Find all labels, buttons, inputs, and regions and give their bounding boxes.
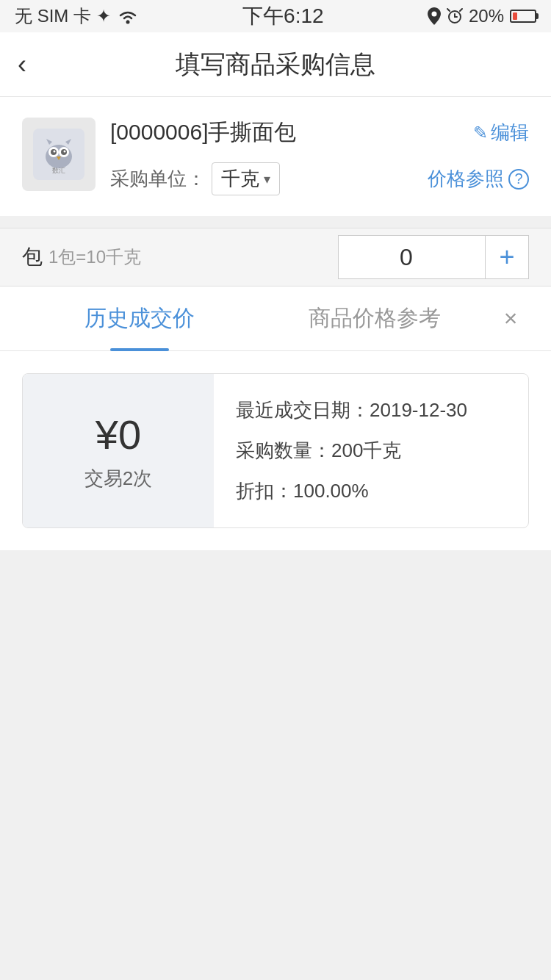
quantity-conversion-note: 1包=10千克 [48,245,141,269]
svg-point-14 [64,151,66,153]
tab-price-reference[interactable]: 商品价格参考 [257,287,492,351]
discount-row: 折扣：100.00% [236,477,506,505]
product-logo: 数汇 [33,129,84,180]
alarm-icon [447,7,463,25]
chevron-down-icon: ▾ [264,171,270,187]
battery-percent: 20% [469,6,504,26]
product-info: [0000006]手撕面包 ✎ 编辑 采购单位： 千克 ▾ 价格参照 ? [110,118,529,195]
back-button[interactable]: ‹ [18,49,26,80]
edit-button[interactable]: ✎ 编辑 [473,120,529,145]
help-icon: ? [508,169,529,190]
battery-icon [510,10,536,23]
status-right: 20% [428,6,536,26]
unit-label: 采购单位： [110,166,206,192]
purchase-qty-row: 采购数量：200千克 [236,436,506,465]
currency-symbol: ¥ [96,411,118,458]
unit-select[interactable]: 千克 ▾ [212,162,280,195]
discount-value: 100.00% [293,480,369,502]
location-icon [428,7,441,25]
history-price-card: ¥0 交易2次 最近成交日期：2019-12-30 采购数量：200千克 折扣：… [22,373,529,528]
status-left: 无 SIM 卡 ✦ [15,4,139,28]
wifi-icon [117,8,139,24]
product-name-row: [0000006]手撕面包 ✎ 编辑 [110,118,529,148]
svg-point-1 [431,12,436,17]
svg-line-5 [447,9,450,11]
trade-count: 交易2次 [84,466,152,491]
product-thumbnail: 数汇 [22,118,96,191]
price-ref-label: 价格参照 [428,166,504,192]
product-header: 数汇 [0000006]手撕面包 ✎ 编辑 采购单位： 千克 ▾ [22,118,529,195]
history-price-right: 最近成交日期：2019-12-30 采购数量：200千克 折扣：100.00% [214,374,528,527]
recent-date-label: 最近成交日期： [236,399,370,421]
svg-text:数汇: 数汇 [52,167,65,174]
tabs-close-button[interactable]: × [492,300,529,337]
tab-reference-label: 商品价格参考 [309,303,441,334]
edit-label: 编辑 [491,120,529,145]
purchase-qty-value: 200千克 [331,439,401,461]
history-price-display: ¥0 [96,411,141,458]
discount-label: 折扣： [236,480,293,502]
quantity-unit-label: 包 [22,243,43,271]
page-title: 填写商品采购信息 [176,48,375,82]
svg-point-13 [54,151,56,153]
sim-label: 无 SIM 卡 ✦ [15,4,111,28]
product-full-name: [0000006]手撕面包 [110,118,296,148]
status-bar: 无 SIM 卡 ✦ 下午6:12 20% [0,0,551,32]
unit-value: 千克 [221,166,259,192]
nav-bar: ‹ 填写商品采购信息 [0,32,551,97]
product-card: 数汇 [0000006]手撕面包 ✎ 编辑 采购单位： 千克 ▾ [0,97,551,216]
quantity-plus-button[interactable]: + [485,235,529,279]
edit-icon: ✎ [473,123,488,143]
price-reference-button[interactable]: 价格参照 ? [428,166,529,192]
quantity-input-wrap: + [338,235,529,279]
quantity-label-group: 包 1包=10千克 [22,243,141,271]
svg-point-0 [126,21,129,24]
quantity-input[interactable] [338,235,485,279]
tab-content-history: ¥0 交易2次 最近成交日期：2019-12-30 采购数量：200千克 折扣：… [0,351,551,550]
tabs-header: 历史成交价 商品价格参考 × [0,287,551,351]
tab-history-label: 历史成交价 [84,303,195,334]
recent-date-row: 最近成交日期：2019-12-30 [236,396,506,425]
product-unit-row: 采购单位： 千克 ▾ 价格参照 ? [110,162,529,195]
history-price-left: ¥0 交易2次 [23,374,214,527]
quantity-row: 包 1包=10千克 + [0,228,551,287]
recent-date-value: 2019-12-30 [370,399,467,421]
tabs-panel: 历史成交价 商品价格参考 × ¥0 交易2次 最近成交日期：2019-12-30… [0,287,551,550]
price-value: 0 [118,411,141,458]
svg-line-6 [460,9,462,11]
purchase-qty-label: 采购数量： [236,439,331,461]
tab-history-price[interactable]: 历史成交价 [22,287,257,351]
status-time: 下午6:12 [242,2,324,30]
